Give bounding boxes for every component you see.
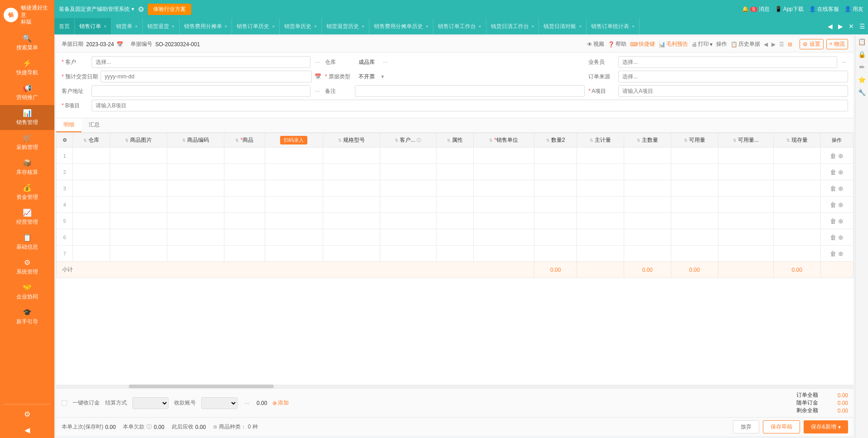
row2-attr[interactable] bbox=[436, 164, 473, 180]
salesperson-more-btn[interactable]: ··· bbox=[840, 59, 848, 65]
list-view-icon[interactable]: ☰ bbox=[779, 41, 784, 48]
row1-unit[interactable] bbox=[473, 148, 534, 164]
tab-return[interactable]: 销货退货 × bbox=[143, 18, 179, 34]
save-new-btn[interactable]: 保存&新增 ▾ bbox=[804, 420, 848, 433]
project-b-input[interactable] bbox=[92, 100, 848, 111]
scrollbar-container[interactable] bbox=[56, 385, 853, 388]
sidebar-item-search[interactable]: 🔍 搜索菜单 bbox=[0, 30, 54, 55]
right-panel-icon-5[interactable]: 🔧 bbox=[857, 87, 868, 98]
close-tab-statistics[interactable]: × bbox=[632, 24, 635, 29]
close-tab-sales-order[interactable]: × bbox=[104, 24, 107, 29]
project-a-input[interactable] bbox=[618, 85, 848, 97]
close-tab-expense-split[interactable]: × bbox=[225, 24, 228, 29]
nav-prev-icon[interactable]: ◀ bbox=[764, 41, 768, 48]
tab-order-workbench[interactable]: 销售订单工作台 × bbox=[433, 18, 486, 34]
close-tab-reconcile[interactable]: × bbox=[579, 24, 582, 29]
row2-current-stock[interactable] bbox=[773, 164, 820, 180]
tab-expense-split[interactable]: 销售费用分摊单 × bbox=[179, 18, 233, 34]
save-new-dropdown-icon[interactable]: ▾ bbox=[838, 424, 841, 430]
view-btn[interactable]: 👁 视频 bbox=[587, 40, 604, 48]
row2-product[interactable] bbox=[224, 164, 265, 180]
row1-warehouse[interactable] bbox=[73, 148, 110, 164]
shortcut-btn[interactable]: ⌨ 快捷键 bbox=[630, 40, 655, 48]
row3-delete-icon[interactable]: 🗑 bbox=[830, 185, 836, 192]
close-tab-order-workbench[interactable]: × bbox=[479, 24, 481, 29]
settings-top-btn[interactable]: ⚙ 设置 bbox=[800, 39, 824, 49]
row7-delete-icon[interactable]: 🗑 bbox=[830, 250, 836, 257]
close-tab-return[interactable]: × bbox=[172, 24, 175, 29]
row7-copy-icon[interactable]: ⊕ bbox=[838, 250, 844, 257]
sidebar-item-marketing[interactable]: 📢 营销推广 bbox=[0, 80, 54, 105]
sidebar-item-finance[interactable]: 💰 资金管理 bbox=[0, 180, 54, 205]
row1-customer[interactable] bbox=[380, 148, 436, 164]
row1-spec[interactable] bbox=[323, 148, 380, 164]
tab-return-history[interactable]: 销货退货历史 × bbox=[322, 18, 369, 34]
row1-current-stock[interactable] bbox=[773, 148, 820, 164]
sidebar-item-settings[interactable]: ⚙ bbox=[0, 406, 54, 422]
row2-copy-icon[interactable]: ⊕ bbox=[838, 168, 844, 176]
row2-qty2[interactable] bbox=[534, 164, 577, 180]
scrollbar-thumb[interactable] bbox=[129, 385, 274, 388]
sidebar-item-basic-info[interactable]: 📋 基础信息 bbox=[0, 230, 54, 255]
collection-account-select[interactable] bbox=[201, 397, 238, 409]
close-tab-cash-workbench[interactable]: × bbox=[532, 24, 534, 29]
tab-reconcile[interactable]: 钱货日清对账 × bbox=[539, 18, 587, 34]
row2-available[interactable] bbox=[671, 164, 718, 180]
tab-menu-icon[interactable]: ☰ bbox=[857, 23, 868, 30]
row2-image[interactable] bbox=[110, 164, 167, 180]
tab-prev-icon[interactable]: ◀ bbox=[825, 23, 835, 30]
row6-copy-icon[interactable]: ⊕ bbox=[838, 234, 844, 241]
customer-more-btn[interactable]: ··· bbox=[313, 59, 321, 65]
row1-main-qty[interactable] bbox=[624, 148, 671, 164]
close-tab-expense-history[interactable]: × bbox=[426, 24, 428, 29]
row3-copy-icon[interactable]: ⊕ bbox=[838, 185, 844, 192]
close-tab-note-history[interactable]: × bbox=[314, 24, 317, 29]
save-draft-btn[interactable]: 保存草稿 bbox=[763, 420, 800, 433]
sidebar-item-operations[interactable]: 📈 经营管理 bbox=[0, 205, 54, 230]
sidebar-item-collab[interactable]: 🤝 企业协同 bbox=[0, 279, 54, 304]
operate-btn[interactable]: 操作 bbox=[716, 40, 727, 48]
row2-main-qty[interactable] bbox=[624, 164, 671, 180]
row1-available2[interactable] bbox=[718, 148, 773, 164]
row2-main-measure[interactable] bbox=[577, 164, 624, 180]
grid-view-icon[interactable]: ⊞ bbox=[788, 41, 792, 48]
online-service-item[interactable]: 👤 在线客服 bbox=[809, 5, 839, 13]
discard-btn[interactable]: 放弃 bbox=[733, 420, 759, 433]
invoice-dropdown-icon[interactable]: ▾ bbox=[381, 73, 384, 80]
user-item[interactable]: 👤 用友 bbox=[844, 5, 863, 13]
tab-cash-workbench[interactable]: 钱货日清工作台 × bbox=[486, 18, 539, 34]
row1-copy-icon[interactable]: ⊕ bbox=[838, 152, 844, 159]
row2-code[interactable] bbox=[167, 164, 224, 180]
close-tab-return-history[interactable]: × bbox=[362, 24, 364, 29]
print-btn[interactable]: 🖨 打印 ▾ bbox=[692, 40, 713, 48]
right-panel-icon-2[interactable]: 🔒 bbox=[857, 49, 868, 60]
row2-available2[interactable] bbox=[718, 164, 773, 180]
tab-sales-order[interactable]: 销售订单 × bbox=[75, 18, 112, 34]
row1-code[interactable] bbox=[167, 148, 224, 164]
app-download-item[interactable]: 📱 App下载 bbox=[775, 5, 804, 13]
row5-copy-icon[interactable]: ⊕ bbox=[838, 217, 844, 225]
collection-more-btn[interactable]: ··· bbox=[243, 400, 251, 406]
tab-home[interactable]: 首页 bbox=[54, 18, 75, 34]
detail-tab-detail[interactable]: 明细 bbox=[56, 118, 82, 132]
sidebar-item-inventory[interactable]: 📦 库存核算 bbox=[0, 155, 54, 180]
add-material-btn[interactable]: + 物流 bbox=[826, 39, 848, 49]
settings-gear-icon[interactable]: ⚙ bbox=[138, 5, 144, 14]
row2-delete-icon[interactable]: 🗑 bbox=[830, 168, 836, 176]
row1-attr[interactable] bbox=[436, 148, 473, 164]
one-click-checkbox[interactable] bbox=[62, 400, 67, 406]
row1-image[interactable] bbox=[110, 148, 167, 164]
col-settings[interactable]: ⚙ bbox=[57, 133, 73, 148]
sidebar-item-quicknav[interactable]: ⚡ 快捷导航 bbox=[0, 55, 54, 80]
delivery-calendar-icon[interactable]: 📅 bbox=[315, 73, 321, 80]
close-tab-order-history[interactable]: × bbox=[272, 24, 275, 29]
sidebar-item-purchase[interactable]: 🛒 采购管理 bbox=[0, 130, 54, 155]
right-panel-icon-4[interactable]: ⭐ bbox=[857, 74, 868, 85]
row1-product[interactable] bbox=[224, 148, 265, 164]
tab-order-history[interactable]: 销售订单历史 × bbox=[232, 18, 280, 34]
tab-next-icon[interactable]: ▶ bbox=[835, 23, 846, 30]
sidebar-item-collapse[interactable]: ◀ bbox=[0, 422, 54, 438]
industry-btn[interactable]: 体验行业方案 bbox=[148, 4, 191, 15]
col-scan[interactable]: 扫码录入 bbox=[265, 133, 323, 148]
row2-unit[interactable] bbox=[473, 164, 534, 180]
